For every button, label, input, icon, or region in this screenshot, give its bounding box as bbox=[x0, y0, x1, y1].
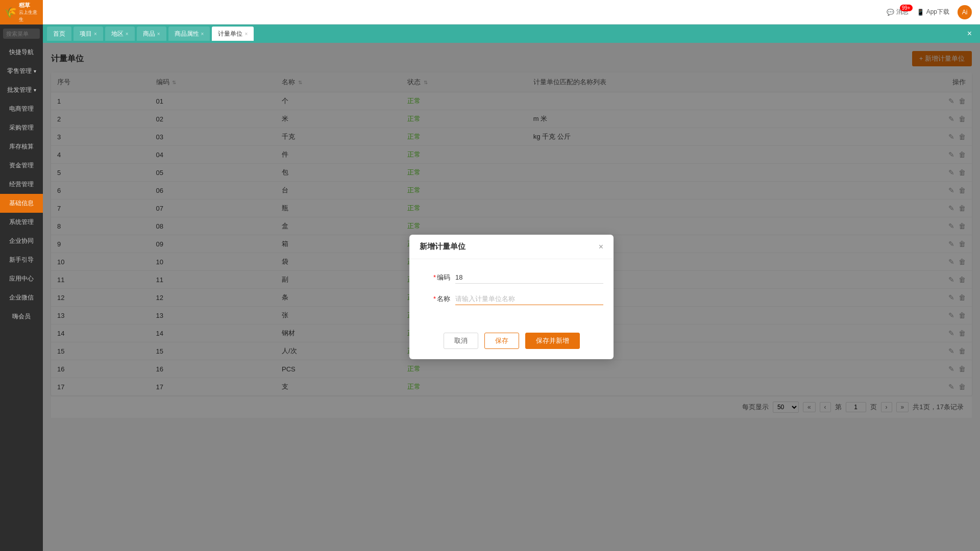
modal-body: *编码 *名称 bbox=[409, 259, 614, 327]
sidebar-item-inventory[interactable]: 库存核算 bbox=[0, 137, 43, 156]
topnav-close-btn[interactable]: × bbox=[967, 24, 972, 43]
name-label: *名称 bbox=[420, 294, 450, 304]
tab-label-home: 首页 bbox=[53, 30, 65, 38]
sidebar-item-purchase[interactable]: 采购管理 bbox=[0, 118, 43, 137]
sidebar-item-app-center[interactable]: 应用中心 bbox=[0, 269, 43, 288]
modal-overlay: 新增计量单位 × *编码 *名称 取消 保存 保存并新增 bbox=[43, 43, 980, 551]
download-icon: 📱 bbox=[917, 9, 924, 16]
sidebar-item-wholesale[interactable]: 批发管理▾ bbox=[0, 81, 43, 99]
modal-footer: 取消 保存 保存并新增 bbox=[409, 327, 614, 359]
sidebar-item-operations[interactable]: 经营管理 bbox=[0, 175, 43, 194]
sidebar-item-retail[interactable]: 零售管理▾ bbox=[0, 62, 43, 81]
name-input[interactable] bbox=[455, 293, 603, 305]
tab-product-attr[interactable]: 商品属性 × bbox=[168, 27, 210, 41]
sidebar-search-input[interactable] bbox=[3, 29, 40, 39]
modal-title: 新增计量单位 bbox=[420, 242, 465, 252]
main-area: 💬 消息 99+ 📱 App下载 Ai 首页 项目 × 地区 × 商品 bbox=[43, 0, 980, 551]
tab-label-project: 项目 bbox=[80, 30, 92, 38]
sidebar: 🌾 稻草云上生意生 快捷导航 零售管理▾ 批发管理▾ 电商管理 采购管理 库存核… bbox=[0, 0, 43, 551]
chevron-down-icon: ▾ bbox=[34, 68, 36, 74]
tab-label-unit: 计量单位 bbox=[218, 30, 242, 38]
tab-close-product[interactable]: × bbox=[157, 31, 160, 37]
modal-close-button[interactable]: × bbox=[599, 242, 603, 252]
topbar-right: 💬 消息 99+ 📱 App下载 Ai bbox=[887, 5, 972, 19]
sidebar-item-enterprise-wechat[interactable]: 企业微信 bbox=[0, 288, 43, 307]
tab-region[interactable]: 地区 × bbox=[105, 27, 135, 41]
add-unit-modal: 新增计量单位 × *编码 *名称 取消 保存 保存并新增 bbox=[409, 235, 614, 359]
topbar-message[interactable]: 💬 消息 99+ bbox=[887, 8, 909, 16]
sidebar-item-member[interactable]: 嗨会员 bbox=[0, 307, 43, 326]
message-badge: 99+ bbox=[900, 5, 913, 11]
sidebar-item-ecommerce[interactable]: 电商管理 bbox=[0, 99, 43, 118]
topbar-avatar[interactable]: Ai bbox=[958, 5, 972, 19]
sidebar-item-finance[interactable]: 资金管理 bbox=[0, 156, 43, 175]
tab-label-region: 地区 bbox=[111, 30, 124, 38]
tab-project[interactable]: 项目 × bbox=[74, 27, 103, 41]
sidebar-logo: 🌾 稻草云上生意生 bbox=[0, 0, 43, 24]
code-input[interactable] bbox=[455, 271, 603, 284]
content-area: 计量单位 + 新增计量单位 序号 编码 ⇅ 名称 ⇅ 状态 ⇅ 计量单位匹配的名… bbox=[43, 43, 980, 551]
sidebar-item-system[interactable]: 系统管理 bbox=[0, 213, 43, 232]
tab-label-product-attr: 商品属性 bbox=[175, 30, 199, 38]
code-label: *编码 bbox=[420, 273, 450, 282]
topbar-app-label: App下载 bbox=[926, 8, 949, 16]
tab-close-product-attr[interactable]: × bbox=[201, 31, 204, 37]
tab-close-project[interactable]: × bbox=[94, 31, 97, 37]
sidebar-search-area bbox=[0, 24, 43, 43]
tab-close-unit[interactable]: × bbox=[244, 31, 248, 37]
tab-label-product: 商品 bbox=[143, 30, 155, 38]
sidebar-item-basic-info[interactable]: 基础信息 bbox=[0, 194, 43, 213]
tab-close-region[interactable]: × bbox=[126, 31, 129, 37]
sidebar-item-quick-nav[interactable]: 快捷导航 bbox=[0, 43, 43, 62]
save-button[interactable]: 保存 bbox=[484, 333, 519, 349]
tabbar: 首页 项目 × 地区 × 商品 × 商品属性 × 计量单位 × × bbox=[43, 24, 980, 43]
save-and-new-button[interactable]: 保存并新增 bbox=[525, 333, 580, 349]
sidebar-item-enterprise[interactable]: 企业协同 bbox=[0, 232, 43, 251]
chevron-down-icon: ▾ bbox=[34, 87, 36, 93]
tab-unit[interactable]: 计量单位 × bbox=[212, 27, 254, 41]
form-row-code: *编码 bbox=[420, 271, 603, 284]
form-row-name: *名称 bbox=[420, 293, 603, 305]
topbar: 💬 消息 99+ 📱 App下载 Ai bbox=[43, 0, 980, 24]
cancel-button[interactable]: 取消 bbox=[444, 333, 478, 349]
topbar-app-download[interactable]: 📱 App下载 bbox=[917, 8, 949, 16]
modal-header: 新增计量单位 × bbox=[409, 235, 614, 259]
sidebar-item-beginner[interactable]: 新手引导 bbox=[0, 251, 43, 269]
tab-home[interactable]: 首页 bbox=[47, 27, 71, 41]
tab-product[interactable]: 商品 × bbox=[137, 27, 166, 41]
message-icon: 💬 bbox=[887, 9, 894, 16]
